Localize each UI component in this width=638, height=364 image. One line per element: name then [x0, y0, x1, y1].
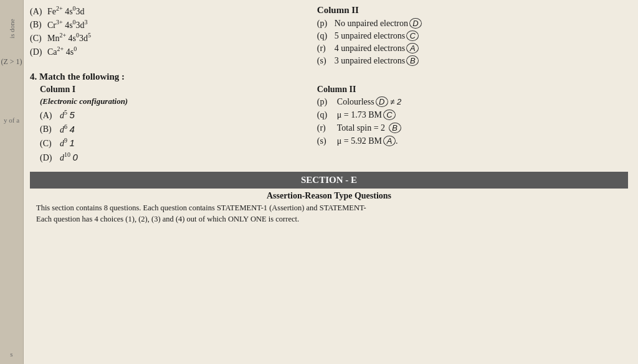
match-label-A: (A) — [40, 111, 60, 121]
match-col-right: Column II (p) ColourlessD ≠ 2 (q) μ = 1.… — [317, 85, 628, 166]
label-B-top: (B) — [30, 20, 47, 30]
col1-subheading: (Electronic configuration) — [40, 96, 317, 106]
ion-B: Cr3+ 4s03d3 — [47, 19, 88, 30]
question-4-section: 4. Match the following : Column I (Elect… — [30, 72, 628, 166]
label-A-top: (A) — [30, 7, 47, 17]
match-label-q: (q) — [317, 110, 337, 120]
match-option-D: (D) d10 0 — [40, 151, 317, 163]
match-columns: Column I (Electronic configuration) (A) … — [30, 85, 628, 166]
ion-A: Fe2+ 4s03d — [47, 5, 85, 17]
label-s-top: (s) — [317, 56, 335, 66]
sidebar-y-of: y of a — [4, 116, 19, 124]
match-option-B: (B) d6 4 — [40, 123, 317, 135]
col-right-top: Column II (p) No unpaired electronD (q) … — [317, 5, 628, 68]
text-r-top: 4 unpaired electronsA — [335, 43, 419, 54]
content-area: (A) Fe2+ 4s03d (B) Cr3+ 4s03d3 — [24, 0, 638, 364]
col-left-top: (A) Fe2+ 4s03d (B) Cr3+ 4s03d3 — [30, 5, 317, 68]
match-label-s: (s) — [317, 136, 337, 146]
label-C-top: (C) — [30, 34, 47, 44]
text-p-top: No unpaired electronD — [335, 18, 422, 29]
ion-C: Mn2+ 4s03d5 — [47, 32, 91, 44]
match-option-s: (s) μ = 5.92 BMA. — [317, 136, 628, 146]
ion-D: Ca2+ 4s0 — [47, 45, 77, 57]
question-match-text: Match the following : — [39, 72, 125, 82]
label-p-top: (p) — [317, 19, 335, 29]
question-4-header: 4. Match the following : — [30, 72, 628, 82]
question-number: 4. — [30, 72, 37, 82]
match-val-B: d6 4 — [60, 123, 75, 135]
sidebar-is-done: is done — [7, 19, 15, 38]
section-e-subtitle: Assertion-Reason Type Questions — [30, 191, 628, 201]
match-label-C: (C) — [40, 139, 60, 149]
match-label-B: (B) — [40, 124, 60, 134]
match-val-q: μ = 1.73 BMC — [337, 110, 396, 120]
match-option-p: (p) ColourlessD ≠ 2 — [317, 96, 628, 107]
option-s-top: (s) 3 unpaired electronsB — [317, 55, 628, 66]
col2-heading-top: Column II — [317, 5, 628, 16]
section-e-desc1: This section contains 8 questions. Each … — [30, 202, 628, 214]
match-val-D: d10 0 — [60, 151, 78, 163]
label-q-top: (q) — [317, 31, 335, 41]
top-section: (A) Fe2+ 4s03d (B) Cr3+ 4s03d3 — [30, 5, 628, 68]
match-option-q: (q) μ = 1.73 BMC — [317, 110, 628, 120]
option-row-C-top: (C) Mn2+ 4s03d5 — [30, 32, 317, 44]
match-label-p: (p) — [317, 97, 337, 107]
option-row-B-top: (B) Cr3+ 4s03d3 — [30, 19, 317, 30]
section-e-desc2: Each question has 4 choices (1), (2), (3… — [30, 213, 628, 225]
match-option-C: (C) d9 1 — [40, 137, 317, 149]
label-r-top: (r) — [317, 44, 335, 54]
col2-heading: Column II — [317, 85, 628, 95]
option-row-D-top: (D) Ca2+ 4s0 — [30, 45, 317, 57]
section-e-banner: SECTION - E — [30, 172, 628, 189]
col1-heading: Column I — [40, 85, 317, 95]
label-D-top: (D) — [30, 47, 47, 57]
option-q-top: (q) 5 unpaired electronsC — [317, 30, 628, 41]
page-container: is done (Z > 1) y of a s (A) Fe2+ 4s03d — [0, 0, 638, 364]
match-label-r: (r) — [317, 123, 337, 133]
match-col-left: Column I (Electronic configuration) (A) … — [30, 85, 317, 166]
match-option-r: (r) Total spin = 2 B — [317, 123, 628, 133]
sidebar-s: s — [10, 350, 12, 358]
match-val-C: d9 1 — [60, 137, 75, 149]
match-val-p: ColourlessD ≠ 2 — [337, 96, 401, 107]
option-r-top: (r) 4 unpaired electronsA — [317, 43, 628, 54]
left-sidebar: is done (Z > 1) y of a s — [0, 0, 24, 364]
text-q-top: 5 unpaired electronsC — [335, 30, 419, 41]
match-val-r: Total spin = 2 B — [337, 123, 401, 133]
match-val-A: d5 5 — [60, 109, 75, 121]
match-val-s: μ = 5.92 BMA. — [337, 136, 398, 146]
main-content: is done (Z > 1) y of a s (A) Fe2+ 4s03d — [0, 0, 638, 364]
option-row-A-top: (A) Fe2+ 4s03d — [30, 5, 317, 17]
match-option-A: (A) d5 5 — [40, 109, 317, 121]
option-p-top: (p) No unpaired electronD — [317, 18, 628, 29]
match-label-D: (D) — [40, 153, 60, 163]
sidebar-z-label: (Z > 1) — [1, 57, 22, 67]
text-s-top: 3 unpaired electronsB — [335, 55, 419, 66]
